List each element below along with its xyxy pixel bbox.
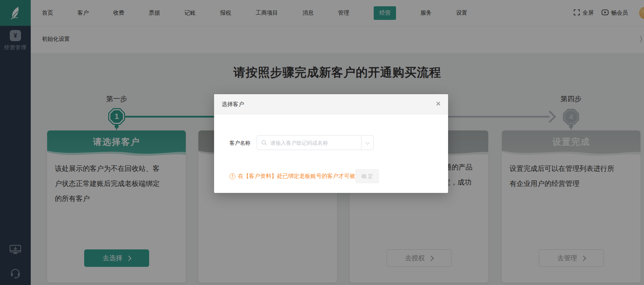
warning-row: ! 在【客户资料】处已绑定老板账号的客户才可被选择！ — [229, 169, 372, 183]
warning-text: 在【客户资料】处已绑定老板账号的客户才可被选择！ — [238, 173, 372, 180]
customer-search-box — [257, 135, 374, 150]
close-icon[interactable]: ✕ — [436, 100, 441, 108]
confirm-button[interactable]: 确 定 — [356, 169, 379, 183]
dialog-header: 选择客户 ✕ — [214, 94, 448, 114]
app-window: ¥ 经营管理 — [0, 0, 644, 285]
dialog-title: 选择客户 — [222, 101, 244, 108]
customer-search-input[interactable] — [270, 140, 361, 146]
exclamation-circle-icon: ! — [229, 173, 235, 179]
search-icon — [261, 140, 267, 145]
customer-name-label: 客户名称 — [229, 140, 250, 147]
chevron-down-icon — [365, 140, 370, 144]
select-customer-dialog: 选择客户 ✕ 客户名称 ! 在【客户资料】处已绑定老板账号的客户才可被选择！ 确… — [214, 94, 448, 193]
customer-dropdown-button[interactable] — [361, 136, 373, 150]
